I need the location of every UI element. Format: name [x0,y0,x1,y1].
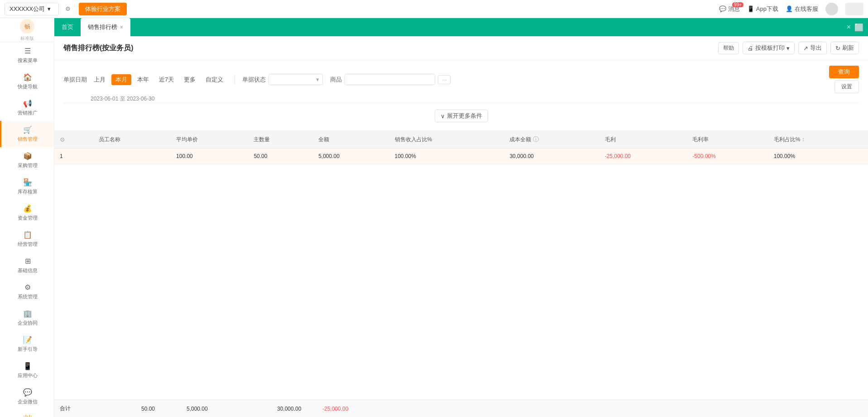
sidebar-logo: 畅 标准版 [0,18,54,42]
app-download-button[interactable]: 📱 App下载 [747,5,778,13]
member-icon: 👑 [23,414,32,417]
sidebar-item-quick-nav[interactable]: 🏠 快捷导航 [0,68,54,95]
footer-gross-profit: -25,000.00 [317,406,362,412]
sidebar-label-quick-nav: 快捷导航 [18,83,38,90]
profit-sort-icon[interactable]: ↕ [802,136,805,143]
cell-avg-price: 100.00 [171,149,248,164]
sidebar-item-guide[interactable]: 📝 新手引导 [0,331,54,357]
sidebar-item-purchase[interactable]: 📦 采购管理 [0,147,54,173]
footer-quantity: 50.00 [136,406,181,412]
goods-filter-label: 商品 [330,76,342,84]
tab-sales-ranking[interactable]: 销售排行榜 × [81,18,130,36]
print-chevron-icon: ▾ [786,45,790,52]
table-header: ⚙ 员工名称 平均单价 主数量 全额 销售收入占比% 成本全额 ⓘ 毛利 毛利率 [54,131,868,149]
table-row: 1 100.00 50.00 5,000.00 100.00% 30,000.0… [54,149,868,164]
print-label: 按模板打印 [755,44,785,52]
tab-home-label: 首页 [62,23,73,31]
svg-text:畅: 畅 [24,23,30,30]
sidebar-label-guide: 新手引导 [18,346,38,353]
marketing-icon: 📢 [23,99,32,108]
cell-employee [93,149,171,164]
sidebar: 畅 标准版 ☰ 搜索菜单 🏠 快捷导航 📢 营销推广 🛒 销售管理 📦 采购管理… [0,18,54,417]
goods-input[interactable] [345,74,435,85]
cell-gross-profit: -25,000.00 [599,149,687,164]
sidebar-item-sales[interactable]: 🛒 销售管理 [0,121,54,147]
table-wrapper: ⚙ 员工名称 平均单价 主数量 全额 销售收入占比% 成本全额 ⓘ 毛利 毛利率 [54,131,868,400]
expand-chevron-icon: ∨ [441,113,445,120]
sidebar-item-wechat[interactable]: 💬 企业微信 [0,383,54,410]
sidebar-item-basic[interactable]: ⊞ 基础信息 [0,252,54,278]
status-filter-label: 单据状态 [242,76,266,84]
sidebar-label-system: 系统管理 [18,293,38,300]
gear-button[interactable]: ⚙ [62,3,74,15]
help-button[interactable]: 帮助 [718,42,739,54]
sidebar-item-search[interactable]: ☰ 搜索菜单 [0,42,54,68]
sidebar-label-enterprise: 企业协同 [18,320,38,326]
date-opt-more[interactable]: 更多 [180,74,200,85]
date-filter: 单据日期 上月 本月 本年 近7天 更多 自定义 [63,74,227,85]
cell-cost: 30,000.00 [504,149,599,164]
tab-minimize-icon[interactable]: × [847,23,851,31]
col-gross-profit: 毛利 [599,131,687,149]
cost-info-icon[interactable]: ⓘ [533,136,539,143]
sidebar-item-system[interactable]: ⚙ 系统管理 [0,278,54,305]
wechat-icon: 💬 [23,388,32,397]
export-label: 导出 [810,44,822,52]
date-options: 上月 本月 本年 近7天 更多 自定义 [90,74,227,85]
company-selector[interactable]: XXXXXX公司 ▾ [5,3,59,15]
goods-ellipsis-button[interactable]: ··· [438,75,451,84]
sidebar-item-finance[interactable]: 💰 资金管理 [0,200,54,226]
print-button[interactable]: 🖨 按模板打印 ▾ [743,42,795,54]
trial-button[interactable]: 体验行业方案 [79,3,127,15]
refresh-button[interactable]: ↻ 刷新 [830,42,859,54]
tab-home[interactable]: 首页 [54,18,81,36]
col-amount: 全额 [313,131,389,149]
sidebar-item-enterprise[interactable]: 🏢 企业协同 [0,305,54,331]
date-opt-7days[interactable]: 近7天 [155,74,178,85]
date-opt-this-month[interactable]: 本月 [111,74,131,85]
tab-maximize-icon[interactable]: ⬜ [854,23,863,32]
sidebar-label-operation: 经营管理 [18,241,38,248]
export-button[interactable]: ↗ 导出 [798,42,827,54]
sidebar-item-inventory[interactable]: 🏪 库存核算 [0,173,54,200]
date-opt-this-year[interactable]: 本年 [133,74,153,85]
cell-gross-margin: -500.00% [687,149,768,164]
column-settings-icon[interactable]: ⚙ [60,136,65,143]
query-button[interactable]: 查询 [829,66,859,78]
enterprise-icon: 🏢 [23,309,32,318]
company-chevron-icon: ▾ [48,5,51,12]
message-button[interactable]: 💬 消息 99+ [719,5,740,13]
refresh-label: 刷新 [842,44,854,52]
sidebar-item-apps[interactable]: 📱 应用中心 [0,357,54,383]
col-gross-margin: 毛利率 [687,131,768,149]
tab-close-icon[interactable]: × [120,24,123,30]
avatar[interactable] [825,3,838,15]
date-opt-last-month[interactable]: 上月 [90,74,110,85]
date-range-text: 2023-06-01 至 2023-06-30 [91,96,154,102]
online-service-button[interactable]: 👤 在线客服 [786,5,818,13]
top-bar: XXXXXX公司 ▾ ⚙ 体验行业方案 💬 消息 99+ 📱 App下载 👤 在… [0,0,868,18]
col-sales-ratio: 销售收入占比% [389,131,504,149]
filter-row-1: 单据日期 上月 本月 本年 近7天 更多 自定义 单据状态 [63,66,859,93]
status-filter: 单据状态 ▾ [242,74,323,85]
page-content: 销售排行榜(按业务员) 帮助 🖨 按模板打印 ▾ ↗ 导出 ↻ 刷新 [54,36,868,417]
sidebar-item-operation[interactable]: 📋 经营管理 [0,226,54,252]
cell-rank: 1 [54,149,93,164]
sidebar-item-marketing[interactable]: 📢 营销推广 [0,95,54,121]
setting-button[interactable]: 设置 [834,80,859,93]
tab-bar-right: × ⬜ [847,23,868,32]
sidebar-label-wechat: 企业微信 [18,398,38,405]
message-icon: 💬 [719,5,726,12]
sidebar-label-finance: 资金管理 [18,215,38,221]
sidebar-label-inventory: 库存核算 [18,188,38,195]
filter-area: 单据日期 上月 本月 本年 近7天 更多 自定义 单据状态 [54,60,868,131]
status-select[interactable] [269,74,323,85]
sidebar-item-member[interactable]: 👑 畅会员 [0,410,54,417]
brand-edition-label: 标准版 [20,35,34,42]
expand-more-button[interactable]: ∨ 展开更多条件 [435,110,488,122]
date-opt-custom[interactable]: 自定义 [201,74,227,85]
quick-nav-icon: 🏠 [23,73,32,81]
operation-icon: 📋 [23,230,32,239]
filter-expand-row: ∨ 展开更多条件 [63,103,859,125]
export-icon: ↗ [803,45,808,52]
